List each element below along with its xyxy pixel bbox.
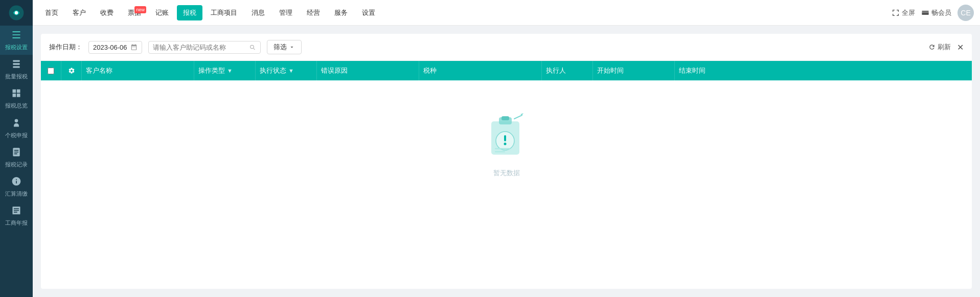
search-wrapper[interactable] xyxy=(148,41,261,54)
svg-line-14 xyxy=(514,115,522,119)
person-tax-icon xyxy=(11,118,21,131)
nav-settings[interactable]: 设置 xyxy=(356,5,381,20)
column-settings-icon xyxy=(68,67,75,74)
content-card: 操作日期： 2023-06-06 筛选 刷新 xyxy=(41,34,972,289)
nav-invoices[interactable]: 票据 new xyxy=(122,5,147,20)
svg-marker-15 xyxy=(520,113,523,115)
nav-charges[interactable]: 收费 xyxy=(94,5,120,20)
svg-rect-7 xyxy=(922,12,928,14)
svg-rect-12 xyxy=(504,135,506,141)
sidebar-item-label-baoshui-jilu: 报税记录 xyxy=(5,161,28,168)
sidebar-item-gongshang-nianbao[interactable]: 工商年报 xyxy=(0,201,33,230)
nav-home[interactable]: 首页 xyxy=(39,5,64,20)
svg-rect-6 xyxy=(922,11,928,12)
th-op-type[interactable]: 操作类型 ▼ xyxy=(194,61,256,80)
member-label: 畅会员 xyxy=(931,8,951,17)
svg-rect-2 xyxy=(13,60,19,62)
th-client-name: 客户名称 xyxy=(82,61,194,80)
refresh-icon xyxy=(928,44,936,51)
empty-text: 暂无数据 xyxy=(493,168,520,178)
record-icon xyxy=(11,147,21,160)
sidebar-item-baoshui-jilu[interactable]: 报税记录 xyxy=(0,143,33,172)
svg-point-5 xyxy=(15,119,18,122)
sidebar-item-label-baoshui-shezhi: 报税设置 xyxy=(5,44,28,51)
nav-accounts[interactable]: 记账 xyxy=(149,5,175,20)
th-tax-type: 税种 xyxy=(419,61,542,80)
fullscreen-icon xyxy=(892,9,900,17)
filter-icon-op-type: ▼ xyxy=(227,68,233,74)
search-icon xyxy=(249,44,256,51)
calendar-icon xyxy=(130,44,138,51)
sidebar-item-piliang-baoshui[interactable]: 批量报税 xyxy=(0,55,33,84)
sidebar-item-geshui-shenbao[interactable]: 个税申报 xyxy=(0,114,33,143)
sidebar-item-label-baoshui-zongjian: 报税总览 xyxy=(5,102,28,109)
toolbar: 操作日期： 2023-06-06 筛选 刷新 xyxy=(41,34,972,61)
th-end-time: 结束时间 xyxy=(675,61,736,80)
main-area: 首页 客户 收费 票据 new 记账 报税 工商项目 消息 xyxy=(33,0,980,297)
svg-point-1 xyxy=(15,11,18,14)
empty-state: 暂无数据 xyxy=(41,80,972,208)
svg-rect-3 xyxy=(13,63,19,65)
svg-rect-4 xyxy=(13,66,19,68)
annual-report-icon xyxy=(11,205,21,218)
settings-icon xyxy=(11,30,21,43)
nav-services[interactable]: 服务 xyxy=(328,5,354,20)
new-badge: new xyxy=(134,6,146,13)
select-all-checkbox[interactable] xyxy=(48,68,54,74)
nav-tax[interactable]: 报税 xyxy=(177,5,202,20)
top-navigation: 首页 客户 收费 票据 new 记账 报税 工商项目 消息 xyxy=(33,0,980,26)
table-body: 暂无数据 xyxy=(41,80,972,289)
toolbar-right: 刷新 ✕ xyxy=(928,43,964,52)
date-label: 操作日期： xyxy=(49,43,82,52)
member-icon xyxy=(921,9,929,17)
nav-items: 首页 客户 收费 票据 new 记账 报税 工商项目 消息 xyxy=(39,5,892,20)
svg-point-13 xyxy=(504,143,506,145)
svg-rect-10 xyxy=(502,116,509,120)
sidebar-item-label-geshui-shenbao: 个税申报 xyxy=(5,132,28,139)
sidebar-item-huisuan-jiaona[interactable]: 汇算清缴 xyxy=(0,172,33,201)
svg-rect-16 xyxy=(495,148,510,150)
fullscreen-label: 全屏 xyxy=(902,8,915,17)
member-button[interactable]: 畅会员 xyxy=(921,8,951,17)
filter-label: 筛选 xyxy=(274,43,287,52)
date-picker[interactable]: 2023-06-06 xyxy=(88,41,142,54)
svg-rect-17 xyxy=(495,151,505,153)
refresh-label: 刷新 xyxy=(938,43,951,52)
nav-industrial[interactable]: 工商项目 xyxy=(204,5,243,20)
nav-customers[interactable]: 客户 xyxy=(66,5,92,20)
sidebar-item-baoshui-zongjian[interactable]: 报税总览 xyxy=(0,84,33,113)
filter-icon-exec-status: ▼ xyxy=(288,68,294,74)
sidebar-item-label-gongshang-nianbao: 工商年报 xyxy=(5,220,28,226)
filter-button[interactable]: 筛选 xyxy=(267,40,302,54)
sidebar: 报税设置 批量报税 报税总览 个税申报 报税记录 汇算清缴 工商 xyxy=(0,0,33,297)
app-logo xyxy=(0,0,33,26)
sidebar-item-label-piliang-baoshui: 批量报税 xyxy=(5,73,28,80)
close-button[interactable]: ✕ xyxy=(957,43,964,52)
empty-illustration xyxy=(484,111,530,162)
sidebar-item-baoshui-shezhi[interactable]: 报税设置 xyxy=(0,26,33,55)
th-settings[interactable] xyxy=(61,61,82,80)
th-error-reason: 错误原因 xyxy=(317,61,419,80)
table-header: 客户名称 操作类型 ▼ 执行状态 ▼ 错误原因 税种 执行人 xyxy=(41,61,972,80)
date-value: 2023-06-06 xyxy=(93,44,127,51)
th-exec-status[interactable]: 执行状态 ▼ xyxy=(256,61,317,80)
nav-admin[interactable]: 管理 xyxy=(273,5,299,20)
fullscreen-button[interactable]: 全屏 xyxy=(892,8,915,17)
th-executor: 执行人 xyxy=(542,61,593,80)
sidebar-item-label-huisuan-jiaona: 汇算清缴 xyxy=(5,190,28,197)
settlement-icon xyxy=(11,176,21,189)
batch-tax-icon xyxy=(11,59,21,72)
refresh-button[interactable]: 刷新 xyxy=(928,43,951,52)
nav-messages[interactable]: 消息 xyxy=(245,5,271,20)
th-start-time: 开始时间 xyxy=(593,61,675,80)
topnav-right: 全屏 畅会员 CE xyxy=(892,5,974,21)
th-checkbox[interactable] xyxy=(41,61,61,80)
nav-operations[interactable]: 经营 xyxy=(301,5,326,20)
search-input[interactable] xyxy=(153,44,249,51)
user-avatar[interactable]: CE xyxy=(958,5,974,21)
overview-icon xyxy=(11,88,21,101)
chevron-down-icon xyxy=(289,44,295,50)
page-content: 操作日期： 2023-06-06 筛选 刷新 xyxy=(33,26,980,297)
